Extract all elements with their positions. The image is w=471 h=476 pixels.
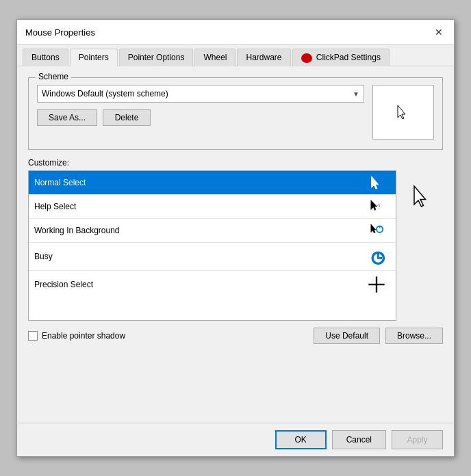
dialog-window: Mouse Properties ✕ Buttons Pointers Poin…	[16, 19, 455, 457]
scheme-group: Scheme Windows Default (system scheme) ▼…	[28, 77, 443, 150]
customize-area: Normal Select Help Select	[28, 170, 443, 321]
list-item[interactable]: Working In Background	[29, 219, 396, 243]
working-background-icon	[363, 223, 390, 238]
cursor-item-name: Precision Select	[34, 280, 93, 289]
large-cursor-icon	[410, 184, 435, 209]
list-item[interactable]: Normal Select	[29, 171, 396, 195]
enable-shadow-checkbox[interactable]	[28, 331, 38, 341]
browse-button[interactable]: Browse...	[385, 328, 443, 344]
cursor-item-name: Help Select	[34, 202, 76, 211]
scheme-buttons: Save As... Delete	[37, 109, 364, 126]
shadow-label: Enable pointer shadow	[42, 331, 125, 341]
customize-label: Customize:	[28, 158, 443, 168]
title-bar: Mouse Properties ✕	[17, 20, 454, 45]
close-button[interactable]: ✕	[432, 25, 446, 39]
clickpad-icon	[301, 53, 312, 63]
tab-clickpad[interactable]: ClickPad Settings	[292, 49, 390, 66]
cursor-item-name: Working In Background	[34, 226, 120, 235]
cursor-item-name: Busy	[34, 252, 53, 261]
dropdown-arrow-icon: ▼	[353, 90, 359, 98]
tab-pointer-options[interactable]: Pointer Options	[119, 49, 194, 66]
tab-content: Scheme Windows Default (system scheme) ▼…	[17, 66, 454, 423]
save-as-button[interactable]: Save As...	[37, 109, 97, 126]
normal-select-icon	[363, 175, 390, 190]
delete-button[interactable]: Delete	[103, 109, 151, 126]
dialog-title: Mouse Properties	[25, 27, 95, 38]
busy-icon	[363, 247, 390, 266]
help-select-icon: ?	[363, 199, 390, 214]
tab-bar: Buttons Pointers Pointer Options Wheel H…	[17, 45, 454, 66]
scheme-dropdown[interactable]: Windows Default (system scheme) ▼	[37, 85, 364, 103]
tab-hardware[interactable]: Hardware	[237, 49, 290, 66]
tab-buttons[interactable]: Buttons	[23, 49, 68, 66]
dialog-footer: OK Cancel Apply	[17, 423, 454, 456]
scheme-left: Windows Default (system scheme) ▼ Save A…	[37, 85, 364, 140]
apply-button[interactable]: Apply	[392, 430, 443, 449]
scheme-preview	[372, 85, 434, 140]
list-item[interactable]: Busy	[29, 243, 396, 271]
cursor-list[interactable]: Normal Select Help Select	[28, 170, 396, 321]
cancel-button[interactable]: Cancel	[332, 430, 386, 449]
scheme-area: Windows Default (system scheme) ▼ Save A…	[37, 85, 434, 140]
scheme-selected-value: Windows Default (system scheme)	[42, 89, 353, 98]
tab-pointers[interactable]: Pointers	[70, 49, 118, 66]
customize-section: Customize: Normal Select Help	[28, 158, 443, 344]
list-item[interactable]: Help Select ?	[29, 195, 396, 219]
ok-button[interactable]: OK	[275, 430, 327, 449]
cursor-large-preview	[402, 170, 443, 321]
cursor-item-name: Normal Select	[34, 178, 86, 187]
scheme-group-label: Scheme	[36, 72, 71, 81]
shadow-checkbox-row: Enable pointer shadow	[28, 331, 308, 341]
use-default-button[interactable]: Use Default	[314, 328, 380, 344]
tab-wheel[interactable]: Wheel	[194, 49, 236, 66]
preview-cursor-icon	[395, 104, 411, 120]
list-item[interactable]: Precision Select	[29, 271, 396, 298]
precision-select-icon	[363, 275, 390, 294]
svg-text:?: ?	[377, 204, 381, 210]
bottom-controls: Enable pointer shadow Use Default Browse…	[28, 328, 443, 344]
